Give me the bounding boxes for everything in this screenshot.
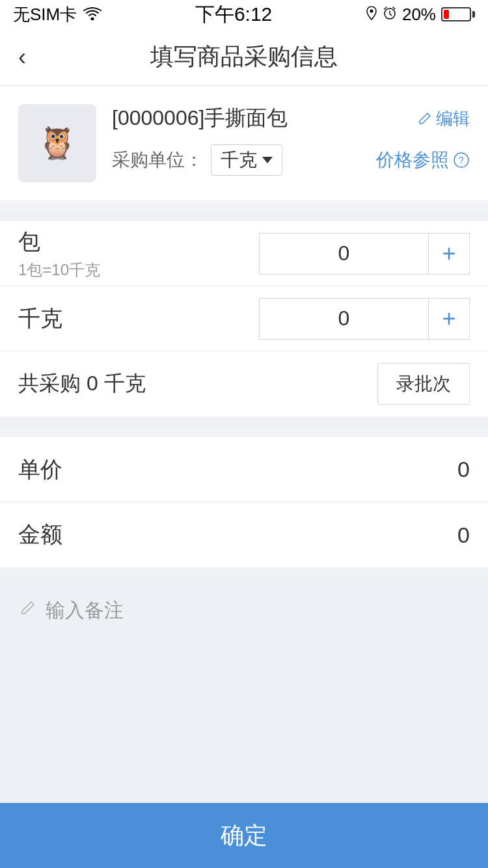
kg-input-control: + — [122, 298, 470, 340]
price-ref-button[interactable]: 价格参照 ? — [376, 148, 470, 172]
wifi-icon — [83, 5, 102, 25]
kg-label: 千克 — [18, 304, 122, 334]
batch-button[interactable]: 录批次 — [377, 363, 470, 405]
svg-point-0 — [91, 17, 94, 20]
edit-icon — [418, 111, 432, 126]
unit-select[interactable]: 千克 — [211, 144, 282, 176]
remark-placeholder: 输入备注 — [46, 597, 124, 624]
unit-price-label: 单价 — [18, 455, 62, 485]
pack-input-control: + — [122, 233, 470, 275]
kg-label-group: 千克 — [18, 304, 122, 334]
product-logo: 🦉 — [38, 125, 77, 161]
summary-text: 共采购 0 千克 — [18, 370, 146, 398]
section-divider-2 — [0, 416, 488, 427]
alarm-icon — [383, 5, 397, 25]
product-image: 🦉 — [18, 104, 96, 182]
amount-label: 金额 — [18, 520, 62, 550]
battery-icon — [441, 7, 475, 21]
location-icon — [366, 5, 377, 25]
back-button[interactable]: ‹ — [18, 44, 26, 71]
unit-value: 千克 — [221, 148, 257, 172]
purchase-unit-row: 采购单位： 千克 价格参照 ? — [112, 144, 470, 176]
product-info: [0000006]手撕面包 编辑 采购单位： 千克 价格参照 ? — [112, 104, 470, 176]
product-name-row: [0000006]手撕面包 编辑 — [112, 104, 470, 133]
pack-label: 包 — [18, 227, 122, 257]
svg-text:?: ? — [459, 155, 464, 165]
help-icon: ? — [453, 152, 470, 169]
unit-label: 采购单位： — [112, 148, 203, 172]
kg-plus-button[interactable]: + — [428, 298, 470, 340]
amount-value: 0 — [457, 522, 470, 548]
pack-label-group: 包 1包=10千克 — [18, 227, 122, 280]
input-section: 包 1包=10千克 + 千克 + — [0, 221, 488, 351]
confirm-button[interactable]: 确定 — [0, 803, 488, 868]
kg-input-row: 千克 + — [0, 286, 488, 351]
status-left: 无SIM卡 — [13, 3, 102, 26]
pack-quantity-input[interactable] — [259, 233, 428, 275]
pencil-icon — [18, 599, 36, 622]
status-bar: 无SIM卡 下午6:12 20% — [0, 0, 488, 29]
product-card: 🦉 [0000006]手撕面包 编辑 采购单位： 千克 价格参照 — [0, 86, 488, 200]
chevron-down-icon — [262, 157, 273, 163]
battery-percent: 20% — [402, 5, 436, 25]
pack-input-row: 包 1包=10千克 + — [0, 221, 488, 286]
nav-bar: ‹ 填写商品采购信息 — [0, 29, 488, 86]
status-right: 20% — [366, 5, 475, 25]
carrier-label: 无SIM卡 — [13, 3, 77, 26]
svg-point-1 — [370, 9, 373, 12]
product-name: [0000006]手撕面包 — [112, 104, 288, 133]
page-title: 填写商品采购信息 — [150, 41, 338, 73]
pack-plus-button[interactable]: + — [428, 233, 470, 275]
pack-sub-label: 1包=10千克 — [18, 260, 122, 280]
kg-quantity-input[interactable] — [259, 298, 428, 340]
price-section: 单价 0 金额 0 — [0, 437, 488, 567]
status-time: 下午6:12 — [195, 1, 272, 28]
remark-section[interactable]: 输入备注 — [0, 578, 488, 643]
section-divider-1 — [0, 211, 488, 221]
summary-row: 共采购 0 千克 录批次 — [0, 351, 488, 416]
amount-row: 金额 0 — [0, 502, 488, 567]
unit-price-row: 单价 0 — [0, 437, 488, 502]
unit-price-value: 0 — [457, 457, 470, 482]
edit-button[interactable]: 编辑 — [418, 107, 470, 130]
